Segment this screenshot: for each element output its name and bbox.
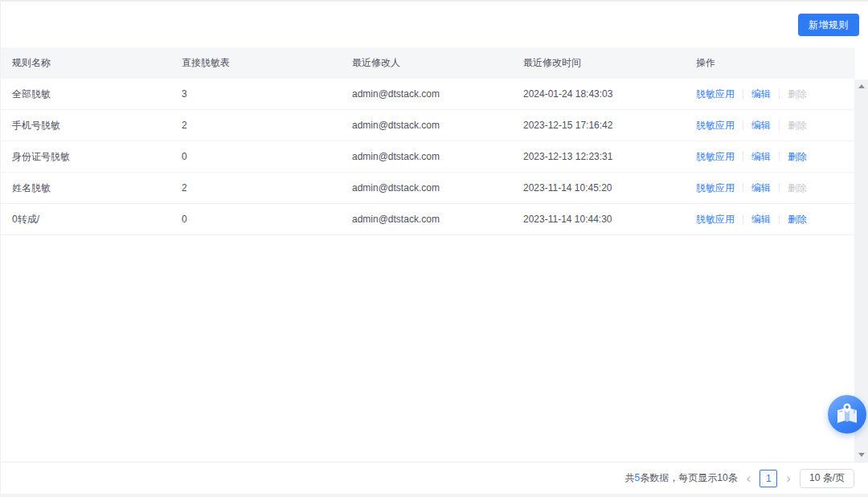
column-header-direct-tables: 直接脱敏表 bbox=[182, 56, 352, 70]
rules-table: 规则名称 直接脱敏表 最近修改人 最近修改时间 操作 全部脱敏 3 admin@… bbox=[1, 47, 855, 235]
modified-time-cell: 2023-12-15 17:16:42 bbox=[523, 120, 696, 131]
action-divider bbox=[743, 89, 743, 99]
direct-tables-cell: 0 bbox=[182, 214, 352, 225]
column-header-rule-name: 规则名称 bbox=[12, 56, 182, 70]
edit-link[interactable]: 编辑 bbox=[751, 119, 771, 132]
scroll-down-arrow-icon[interactable] bbox=[854, 448, 868, 462]
next-page-button[interactable]: › bbox=[784, 471, 792, 485]
modifier-cell: admin@dtstack.com bbox=[352, 120, 523, 131]
total-prefix: 共 bbox=[625, 472, 635, 483]
table-row: 0转成/ 0 admin@dtstack.com 2023-11-14 10:4… bbox=[1, 204, 855, 235]
page-number-button[interactable]: 1 bbox=[760, 470, 777, 487]
action-divider bbox=[779, 120, 780, 130]
actions-cell: 脱敏应用 编辑 删除 bbox=[696, 88, 855, 101]
action-divider bbox=[743, 152, 743, 161]
pagination-bar: 共5条数据，每页显示10条 ‹ 1 › 10 条/页 bbox=[1, 462, 868, 494]
modified-time-cell: 2023-11-14 10:44:30 bbox=[523, 214, 696, 225]
apply-masking-link[interactable]: 脱敏应用 bbox=[696, 213, 735, 226]
edit-link[interactable]: 编辑 bbox=[751, 150, 771, 164]
table-row: 姓名脱敏 2 admin@dtstack.com 2023-11-14 10:4… bbox=[1, 173, 855, 204]
action-divider bbox=[779, 214, 780, 224]
action-divider bbox=[779, 89, 780, 99]
rule-name-cell: 全部脱敏 bbox=[12, 88, 182, 101]
add-rule-button[interactable]: 新增规则 bbox=[798, 14, 859, 36]
total-suffix: 条数据，每页显示10条 bbox=[640, 472, 737, 483]
help-guide-button[interactable] bbox=[828, 395, 866, 434]
apply-masking-link[interactable]: 脱敏应用 bbox=[696, 88, 735, 101]
modified-time-cell: 2023-11-14 10:45:20 bbox=[523, 182, 696, 194]
bottom-edge-divider bbox=[1, 494, 868, 497]
apply-masking-link[interactable]: 脱敏应用 bbox=[696, 119, 735, 132]
modifier-cell: admin@dtstack.com bbox=[352, 88, 523, 100]
page-size-select[interactable]: 10 条/页 bbox=[800, 469, 854, 488]
apply-masking-link[interactable]: 脱敏应用 bbox=[696, 150, 735, 164]
delete-link[interactable]: 删除 bbox=[788, 119, 807, 132]
action-divider bbox=[779, 183, 780, 193]
direct-tables-cell: 2 bbox=[182, 182, 352, 194]
modifier-cell: admin@dtstack.com bbox=[352, 182, 523, 194]
delete-link[interactable]: 删除 bbox=[788, 88, 807, 101]
rule-name-cell: 身份证号脱敏 bbox=[12, 150, 182, 164]
rule-name-cell: 姓名脱敏 bbox=[12, 181, 182, 195]
table-row: 全部脱敏 3 admin@dtstack.com 2024-01-24 18:4… bbox=[1, 79, 855, 110]
actions-cell: 脱敏应用 编辑 删除 bbox=[696, 181, 855, 195]
prev-page-button[interactable]: ‹ bbox=[745, 471, 753, 485]
scroll-up-arrow-icon[interactable] bbox=[854, 79, 868, 93]
modifier-cell: admin@dtstack.com bbox=[352, 214, 523, 225]
direct-tables-cell: 3 bbox=[182, 88, 352, 100]
direct-tables-cell: 0 bbox=[182, 151, 352, 162]
actions-cell: 脱敏应用 编辑 删除 bbox=[696, 213, 855, 226]
apply-masking-link[interactable]: 脱敏应用 bbox=[696, 181, 735, 195]
modified-time-cell: 2024-01-24 18:43:03 bbox=[523, 88, 696, 100]
table-row: 身份证号脱敏 0 admin@dtstack.com 2023-12-13 12… bbox=[1, 141, 855, 173]
action-divider bbox=[743, 214, 743, 224]
masking-rules-page: 新增规则 规则名称 直接脱敏表 最近修改人 最近修改时间 操作 全部脱敏 3 a… bbox=[0, 0, 868, 497]
actions-cell: 脱敏应用 编辑 删除 bbox=[696, 150, 855, 164]
delete-link[interactable]: 删除 bbox=[788, 150, 807, 164]
rule-name-cell: 0转成/ bbox=[12, 213, 182, 226]
modified-time-cell: 2023-12-13 12:23:31 bbox=[523, 151, 696, 162]
edit-link[interactable]: 编辑 bbox=[751, 181, 771, 195]
action-divider bbox=[779, 152, 780, 161]
delete-link[interactable]: 删除 bbox=[788, 213, 807, 226]
edit-link[interactable]: 编辑 bbox=[751, 88, 771, 101]
table-row: 手机号脱敏 2 admin@dtstack.com 2023-12-15 17:… bbox=[1, 110, 855, 141]
column-header-last-modified-time: 最近修改时间 bbox=[523, 56, 696, 70]
pagination-total-text: 共5条数据，每页显示10条 bbox=[625, 471, 738, 485]
table-header-row: 规则名称 直接脱敏表 最近修改人 最近修改时间 操作 bbox=[1, 47, 855, 79]
edit-link[interactable]: 编辑 bbox=[751, 213, 771, 226]
action-divider bbox=[743, 183, 743, 193]
direct-tables-cell: 2 bbox=[182, 120, 352, 131]
rule-name-cell: 手机号脱敏 bbox=[12, 119, 182, 132]
map-guide-icon bbox=[835, 402, 859, 426]
modifier-cell: admin@dtstack.com bbox=[352, 151, 523, 162]
actions-cell: 脱敏应用 编辑 删除 bbox=[696, 119, 855, 132]
column-header-actions: 操作 bbox=[696, 56, 855, 70]
delete-link[interactable]: 删除 bbox=[788, 181, 807, 195]
action-divider bbox=[743, 120, 743, 130]
column-header-last-modifier: 最近修改人 bbox=[352, 56, 523, 70]
toolbar: 新增规则 bbox=[1, 2, 868, 47]
